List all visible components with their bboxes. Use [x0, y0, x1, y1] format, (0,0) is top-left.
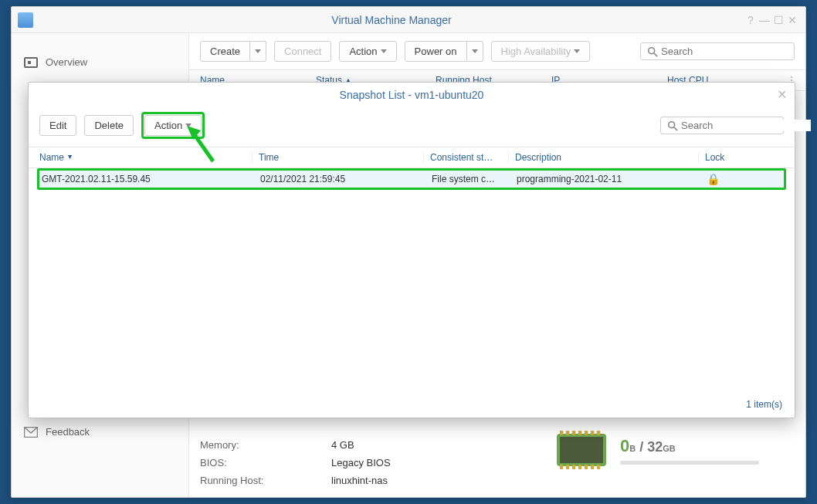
- search-icon: [647, 46, 658, 57]
- modal-action-button[interactable]: Action: [144, 115, 202, 136]
- chevron-down-icon: [381, 49, 387, 53]
- sidebar-item-feedback[interactable]: Feedback: [12, 417, 188, 447]
- snapshot-row[interactable]: GMT-2021.02.11-15.59.45 02/11/2021 21:59…: [37, 168, 786, 190]
- app-icon: [18, 12, 33, 28]
- sidebar-item-overview[interactable]: Overview: [12, 47, 188, 77]
- chevron-down-icon: [574, 49, 580, 53]
- connect-button[interactable]: Connect: [274, 41, 331, 62]
- snap-time: 02/11/2021 21:59:45: [254, 174, 425, 184]
- memory-values: 0B / 32GB: [620, 436, 759, 456]
- create-button-group: Create: [200, 41, 266, 62]
- overview-icon: [24, 57, 38, 68]
- snap-consistent: File system c…: [425, 174, 510, 184]
- window-title: Virtual Machine Manager: [39, 14, 744, 26]
- power-button[interactable]: Power on: [405, 41, 467, 62]
- memory-bar: [620, 461, 759, 465]
- sort-down-icon: ▲: [66, 154, 73, 161]
- snap-lock: 🔒: [700, 173, 747, 185]
- modal-toolbar: Edit Delete Action: [29, 107, 795, 147]
- svg-point-1: [649, 47, 655, 53]
- chip-icon: [557, 434, 606, 466]
- snap-col-consistent[interactable]: Consistent st…: [423, 152, 508, 163]
- power-button-group: Power on: [405, 41, 483, 62]
- minimize-button[interactable]: —: [758, 14, 771, 26]
- modal-title: Snapshot List - vm1-ubuntu20 ✕: [29, 83, 795, 107]
- action-highlight: Action: [141, 112, 205, 139]
- modal-footer: 1 item(s): [29, 391, 795, 418]
- snap-name: GMT-2021.02.11-15.59.45: [42, 174, 254, 184]
- lock-icon: 🔒: [707, 173, 720, 185]
- snap-description: programming-2021-02-11: [510, 174, 700, 184]
- action-button-main[interactable]: Action: [339, 41, 396, 62]
- modal-search-input[interactable]: [681, 120, 811, 131]
- close-button[interactable]: ✕: [785, 14, 799, 26]
- chevron-down-icon: [472, 49, 478, 53]
- sidebar-label-overview: Overview: [46, 56, 87, 68]
- chevron-down-icon: [255, 49, 261, 53]
- svg-line-4: [674, 127, 677, 130]
- create-dropdown[interactable]: [250, 41, 266, 62]
- titlebar: Virtual Machine Manager ? — ☐ ✕: [12, 7, 805, 33]
- sidebar-label-feedback: Feedback: [46, 426, 90, 438]
- maximize-button[interactable]: ☐: [771, 14, 785, 26]
- modal-close-button[interactable]: ✕: [777, 87, 787, 102]
- main-search-input[interactable]: [661, 46, 791, 57]
- snap-col-description[interactable]: Description: [508, 152, 698, 163]
- help-button[interactable]: ?: [744, 14, 758, 26]
- snap-col-lock[interactable]: Lock: [698, 152, 744, 163]
- main-toolbar: Create Connect Action Power on High Avai…: [189, 33, 805, 70]
- create-button[interactable]: Create: [200, 41, 250, 62]
- snapshot-modal: Snapshot List - vm1-ubuntu20 ✕ Edit Dele…: [28, 82, 795, 418]
- host-memory-widget: 0B / 32GB: [557, 434, 759, 466]
- search-icon: [667, 120, 678, 131]
- chevron-down-icon: [185, 123, 192, 127]
- snap-col-name[interactable]: Name ▲: [39, 152, 252, 163]
- detail-host: Running Host: linuxhint-nas: [189, 472, 805, 497]
- svg-point-3: [669, 121, 675, 127]
- mail-icon: [24, 427, 38, 438]
- main-search[interactable]: [640, 42, 795, 60]
- modal-search[interactable]: [660, 117, 784, 134]
- svg-line-2: [654, 52, 657, 56]
- power-dropdown[interactable]: [467, 41, 483, 62]
- delete-button[interactable]: Delete: [84, 115, 134, 136]
- edit-button[interactable]: Edit: [39, 115, 76, 136]
- snapshot-grid-header: Name ▲ Time Consistent st… Description L…: [29, 147, 795, 168]
- snap-col-time[interactable]: Time: [252, 152, 423, 163]
- ha-button[interactable]: High Availability: [491, 41, 591, 62]
